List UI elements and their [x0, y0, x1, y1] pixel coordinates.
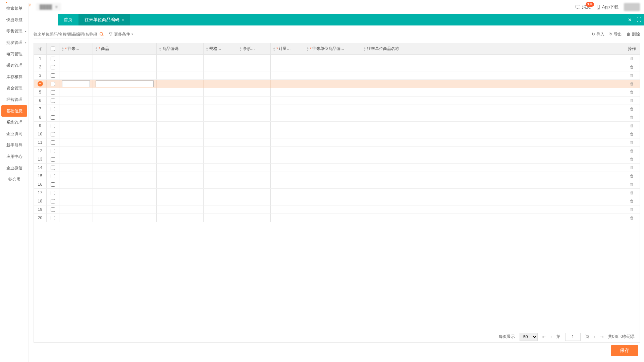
- messages-button[interactable]: 消息 99+: [575, 4, 591, 10]
- cell[interactable]: [157, 147, 204, 155]
- cell[interactable]: [59, 88, 93, 96]
- table-row[interactable]: 9🗑: [34, 122, 640, 130]
- cell[interactable]: [271, 88, 304, 96]
- cell[interactable]: [59, 180, 93, 188]
- row-checkbox[interactable]: [47, 155, 59, 163]
- cell[interactable]: [361, 205, 624, 214]
- row-checkbox[interactable]: [47, 97, 59, 105]
- cell[interactable]: [237, 97, 271, 105]
- cell[interactable]: [157, 197, 204, 205]
- cell[interactable]: [361, 164, 624, 172]
- sidebar-item-13[interactable]: 应用中心: [0, 151, 29, 162]
- trash-icon[interactable]: 🗑: [630, 56, 634, 61]
- cell[interactable]: [271, 164, 304, 172]
- table-row[interactable]: 5🗑: [34, 88, 640, 97]
- col-spec[interactable]: ▴▾规格…: [204, 43, 237, 54]
- sidebar-item-9[interactable]: 基础信息: [1, 105, 27, 117]
- row-checkbox[interactable]: [47, 80, 59, 88]
- row-delete[interactable]: 🗑: [624, 197, 640, 205]
- cell[interactable]: [93, 88, 157, 96]
- cell[interactable]: [237, 55, 271, 63]
- cell[interactable]: [157, 180, 204, 188]
- table-row[interactable]: 12🗑: [34, 147, 640, 155]
- save-button[interactable]: 保存: [611, 345, 638, 356]
- row-delete[interactable]: 🗑: [624, 105, 640, 113]
- cell[interactable]: [271, 205, 304, 214]
- cell[interactable]: [93, 80, 157, 88]
- col-code[interactable]: ▴▾商品编码: [157, 43, 204, 54]
- cell[interactable]: [204, 138, 237, 146]
- cell[interactable]: [204, 189, 237, 197]
- sidebar-item-2[interactable]: 零售管理▸: [0, 25, 29, 37]
- import-button[interactable]: ↻ 导入: [592, 32, 604, 37]
- table-row[interactable]: 2🗑: [34, 63, 640, 71]
- cell[interactable]: [361, 197, 624, 205]
- sidebar-item-7[interactable]: 资金管理: [0, 82, 29, 94]
- trash-icon[interactable]: 🗑: [630, 123, 634, 128]
- cell[interactable]: [59, 155, 93, 163]
- row-delete[interactable]: 🗑: [624, 172, 640, 180]
- trash-icon[interactable]: 🗑: [630, 157, 634, 162]
- cell[interactable]: [93, 164, 157, 172]
- trash-icon[interactable]: 🗑: [630, 199, 634, 203]
- cell-editor[interactable]: [96, 80, 154, 87]
- col-product[interactable]: ▴▾*商品: [93, 43, 157, 54]
- cell[interactable]: [304, 80, 361, 88]
- cell[interactable]: [59, 138, 93, 146]
- sidebar-item-1[interactable]: 快捷导航: [0, 14, 29, 25]
- cell[interactable]: [157, 122, 204, 130]
- cell[interactable]: [93, 189, 157, 197]
- cell[interactable]: [271, 55, 304, 63]
- cell[interactable]: [204, 71, 237, 79]
- cell[interactable]: [157, 164, 204, 172]
- cell[interactable]: [157, 105, 204, 113]
- row-checkbox[interactable]: [47, 189, 59, 197]
- cell[interactable]: [304, 130, 361, 138]
- cell[interactable]: [59, 113, 93, 121]
- cell[interactable]: [204, 164, 237, 172]
- table-row[interactable]: 6🗑: [34, 97, 640, 105]
- cell[interactable]: [361, 172, 624, 180]
- table-row[interactable]: 20🗑: [34, 214, 640, 222]
- table-row[interactable]: +🗑: [34, 80, 640, 88]
- row-checkbox[interactable]: [47, 180, 59, 188]
- sidebar-item-6[interactable]: 库存核算: [0, 71, 29, 82]
- trash-icon[interactable]: 🗑: [630, 107, 634, 111]
- sidebar-item-12[interactable]: 新手引导: [0, 139, 29, 151]
- cell[interactable]: [204, 113, 237, 121]
- trash-icon[interactable]: 🗑: [630, 148, 634, 153]
- col-unit[interactable]: ▴▾*计量…: [271, 43, 304, 54]
- cell[interactable]: [59, 71, 93, 79]
- cell[interactable]: [93, 180, 157, 188]
- cell[interactable]: [204, 97, 237, 105]
- cell[interactable]: [157, 55, 204, 63]
- cell[interactable]: [361, 88, 624, 96]
- cell[interactable]: [361, 138, 624, 146]
- cell[interactable]: [59, 122, 93, 130]
- cell[interactable]: [237, 71, 271, 79]
- row-delete[interactable]: 🗑: [624, 189, 640, 197]
- cell[interactable]: [271, 180, 304, 188]
- row-delete[interactable]: 🗑: [624, 122, 640, 130]
- cell[interactable]: [237, 214, 271, 222]
- page-input[interactable]: [565, 333, 581, 341]
- row-checkbox[interactable]: [47, 164, 59, 172]
- cell[interactable]: [204, 147, 237, 155]
- row-delete[interactable]: 🗑: [624, 164, 640, 172]
- cell[interactable]: [271, 214, 304, 222]
- cell[interactable]: [237, 147, 271, 155]
- cell[interactable]: [237, 130, 271, 138]
- col-partner-code[interactable]: ▴▾*往来单位商品编…: [304, 43, 361, 54]
- cell[interactable]: [59, 205, 93, 214]
- search-input[interactable]: [34, 32, 97, 37]
- cell[interactable]: [304, 71, 361, 79]
- trash-icon[interactable]: 🗑: [630, 174, 634, 178]
- app-download-button[interactable]: App下载: [596, 4, 619, 10]
- sidebar-item-15[interactable]: 畅会员: [0, 174, 29, 185]
- search-icon[interactable]: [99, 32, 104, 37]
- row-delete[interactable]: 🗑: [624, 71, 640, 79]
- cell[interactable]: [93, 105, 157, 113]
- cell[interactable]: [304, 138, 361, 146]
- cell[interactable]: [59, 105, 93, 113]
- trash-icon[interactable]: 🗑: [630, 73, 634, 78]
